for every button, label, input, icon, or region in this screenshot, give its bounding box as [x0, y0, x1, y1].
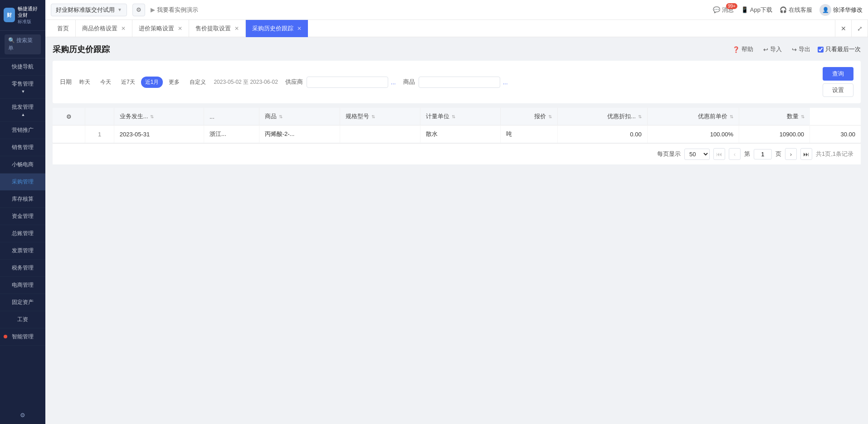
topbar: 好业财标准版交付试用 ▼ ⚙ ▶ 我要看实例演示 💬 消息 99+ 📱 App下… — [45, 0, 868, 20]
next-page-button[interactable]: › — [785, 148, 797, 160]
tab-purchase-strategy[interactable]: 进价策略设置✕ — [132, 20, 189, 37]
sidebar-item-label: 销售管理 — [12, 144, 34, 151]
cell-goods: 丙烯酸-2-... — [259, 125, 340, 143]
sort-icon: ⇅ — [450, 114, 455, 119]
sidebar-item-retail[interactable]: 零售管理▼ — [0, 76, 45, 99]
col-header-goods[interactable]: 商品 ⇅ — [259, 108, 340, 125]
sidebar-item-smart[interactable]: 智能管理 — [0, 328, 45, 346]
sidebar-item-quick-nav[interactable]: 快捷导航 — [0, 58, 45, 76]
sidebar-item-ecommerce[interactable]: 电商管理 — [0, 277, 45, 294]
goods-more-button[interactable]: ... — [503, 79, 508, 86]
tab-label: 售价提取设置 — [195, 24, 231, 33]
sort-icon: ⇅ — [728, 114, 733, 119]
sidebar-item-invoice[interactable]: 发票管理 — [0, 242, 45, 260]
sidebar-item-tax[interactable]: 税务管理 — [0, 260, 45, 277]
sidebar-item-marketing[interactable]: 营销推广 — [0, 122, 45, 139]
col-header-unit[interactable]: 计量单位 ⇅ — [420, 108, 501, 125]
sidebar-settings-button[interactable]: ⚙ — [0, 406, 45, 424]
app-download-button[interactable]: 📱 App下载 — [741, 6, 772, 14]
date-option-昨天[interactable]: 昨天 — [75, 77, 94, 88]
last-page-button[interactable]: ⏭ — [800, 148, 812, 160]
supplier-more-button[interactable]: ... — [391, 79, 396, 86]
cell-spec — [340, 125, 420, 143]
sidebar-item-label: 总账管理 — [12, 230, 34, 237]
settings-button[interactable]: 设置 — [823, 83, 853, 97]
sidebar-item-fixed-assets[interactable]: 固定资产 — [0, 294, 45, 311]
help-button[interactable]: ❓ 帮助 — [730, 43, 756, 55]
tab-home[interactable]: 首页 — [51, 20, 76, 37]
only-last-checkbox[interactable] — [818, 47, 824, 53]
sidebar-item-label: 税务管理 — [12, 264, 34, 272]
online-service-button[interactable]: 🎧 在线客服 — [780, 6, 812, 14]
page-header: 采购历史价跟踪 ❓ 帮助 ↩ 导入 ↪ 导出 只看最后一次 — [53, 43, 861, 55]
sidebar-item-label: 零售管理 — [12, 80, 34, 88]
query-button[interactable]: 查询 — [823, 67, 853, 81]
chevron-down-icon: ▼ — [21, 89, 25, 94]
date-filter-group: 日期 昨天今天近7天近1月更多自定义 2023-05-02 至 2023-06-… — [60, 77, 278, 88]
mobile-icon: 📱 — [741, 6, 748, 13]
tab-goods-price[interactable]: 商品价格设置✕ — [76, 20, 132, 37]
supplier-input[interactable] — [307, 77, 388, 88]
tab-label: 首页 — [57, 24, 69, 33]
first-page-button[interactable]: ⏮ — [713, 148, 725, 160]
goods-filter-group: 商品 ... — [403, 77, 508, 88]
demo-link[interactable]: ▶ 我要看实例演示 — [151, 6, 198, 14]
col-header-pre_discount_price[interactable]: 优惠前单价 ⇅ — [647, 108, 739, 125]
sidebar-item-salary[interactable]: 工资 — [0, 311, 45, 328]
sidebar-item-ecommerce-small[interactable]: 小畅电商 — [0, 156, 45, 173]
sidebar-item-wholesale[interactable]: 批发管理▲ — [0, 99, 45, 122]
pagination: 每页显示 2050100200 ⏮ ‹ 第 页 › ⏭ 共1页,1条记录 — [53, 143, 861, 164]
tab-close-button[interactable]: ✕ — [835, 20, 852, 37]
sort-icon: ⇅ — [547, 114, 552, 119]
page-label: 第 — [744, 150, 750, 158]
sort-icon: ⇅ — [637, 114, 642, 119]
col-header-date[interactable]: 业务发生... ⇅ — [114, 108, 204, 125]
date-option-今天[interactable]: 今天 — [96, 77, 115, 88]
cell-quoted_price: 0.00 — [557, 125, 647, 143]
export-button[interactable]: ↪ 导出 — [789, 43, 813, 55]
tab-close-icon[interactable]: ✕ — [178, 25, 182, 32]
date-option-自定义[interactable]: 自定义 — [185, 77, 210, 88]
sidebar-nav: 快捷导航零售管理▼批发管理▲营销推广销售管理小畅电商采购管理库存核算资金管理总账… — [0, 58, 45, 346]
message-icon: 💬 — [713, 6, 720, 13]
col-header-spec[interactable]: 规格型号 ⇅ — [340, 108, 420, 125]
col-header-quantity[interactable]: 数量 ⇅ — [739, 108, 810, 125]
tabs-container: 首页商品价格设置✕进价策略设置✕售价提取设置✕采购历史价跟踪✕ — [51, 20, 835, 37]
prev-page-button[interactable]: ‹ — [729, 148, 741, 160]
topbar-settings-button[interactable]: ⚙ — [132, 4, 145, 16]
message-button[interactable]: 💬 消息 99+ — [713, 6, 734, 14]
user-menu-button[interactable]: 👤 徐泽华修改 — [819, 4, 863, 16]
page-input[interactable] — [754, 149, 772, 159]
sort-icon: ⇅ — [800, 114, 805, 119]
tab-close-icon[interactable]: ✕ — [121, 25, 126, 32]
headset-icon: 🎧 — [780, 6, 787, 13]
sidebar-item-label: 快捷导航 — [12, 63, 34, 71]
col-header-discount[interactable]: 优惠折扣... ⇅ — [557, 108, 647, 125]
date-option-近7天[interactable]: 近7天 — [117, 77, 139, 88]
cell-settings — [53, 125, 85, 143]
sidebar-item-label: 库存核算 — [12, 195, 34, 203]
sidebar-search-area: 🔍 搜索菜单 — [0, 31, 45, 58]
date-option-近1月[interactable]: 近1月 — [141, 77, 163, 88]
tab-label: 采购历史价跟踪 — [252, 24, 293, 33]
sidebar-item-purchase[interactable]: 采购管理 — [0, 173, 45, 191]
sidebar-item-inventory[interactable]: 库存核算 — [0, 191, 45, 208]
tab-sale-price[interactable]: 售价提取设置✕ — [189, 20, 246, 37]
sidebar-item-label: 采购管理 — [12, 178, 34, 186]
per-page-select[interactable]: 2050100200 — [684, 149, 710, 160]
tab-purchase-history[interactable]: 采购历史价跟踪✕ — [246, 20, 308, 37]
goods-input[interactable] — [419, 77, 500, 88]
version-select[interactable]: 好业财标准版交付试用 ▼ — [51, 4, 127, 16]
tab-close-icon[interactable]: ✕ — [234, 25, 239, 32]
sidebar-item-finance[interactable]: 资金管理 — [0, 208, 45, 225]
import-button[interactable]: ↩ 导入 — [761, 43, 785, 55]
table-row: 12023-05-31浙江...丙烯酸-2-...散水吨0.00100.00%1… — [53, 125, 861, 143]
tab-close-icon[interactable]: ✕ — [297, 25, 302, 32]
date-option-更多[interactable]: 更多 — [165, 77, 184, 88]
sidebar-item-sales[interactable]: 销售管理 — [0, 139, 45, 156]
tab-expand-button[interactable]: ⤢ — [852, 20, 868, 37]
col-header-price[interactable]: 报价 ⇅ — [500, 108, 557, 125]
search-menu-button[interactable]: 🔍 搜索菜单 — [5, 34, 41, 54]
sort-icon: ⇅ — [278, 114, 283, 119]
sidebar-item-ledger[interactable]: 总账管理 — [0, 225, 45, 242]
